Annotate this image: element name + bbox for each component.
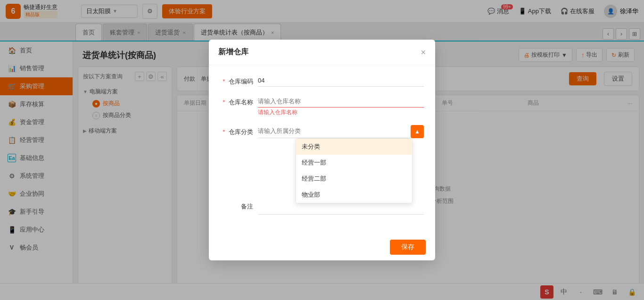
category-required-star: * — [223, 128, 225, 135]
code-field — [258, 75, 424, 87]
name-error-message: 请输入仓库名称 — [258, 108, 424, 117]
category-input-wrapper: ▲ — [258, 125, 424, 138]
category-label: * 仓库分类 — [220, 125, 258, 136]
new-warehouse-modal: 新增仓库 × * 仓库编码 * 仓库名称 — [209, 40, 435, 260]
name-required-star: * — [223, 99, 225, 106]
code-label: * 仓库编码 — [220, 75, 258, 86]
modal-body: * 仓库编码 * 仓库名称 请输入仓库名称 — [209, 65, 435, 234]
name-field: 请输入仓库名称 — [258, 95, 424, 117]
name-input[interactable] — [258, 95, 424, 108]
name-label: * 仓库名称 — [220, 95, 258, 107]
modal-overlay: 新增仓库 × * 仓库编码 * 仓库名称 — [0, 0, 644, 300]
dropdown-item-uncategorized[interactable]: 未分类 — [296, 139, 412, 155]
dropdown-item-dept2[interactable]: 经营二部 — [296, 171, 412, 187]
dropdown-item-dept1[interactable]: 经营一部 — [296, 155, 412, 171]
form-row-code: * 仓库编码 — [220, 75, 424, 87]
code-input[interactable] — [258, 75, 424, 87]
category-input[interactable] — [258, 125, 424, 137]
name-label-text: 仓库名称 — [229, 99, 253, 106]
modal-header: 新增仓库 × — [209, 40, 435, 65]
dropdown-item-property[interactable]: 物业部 — [296, 187, 412, 203]
modal-close-button[interactable]: × — [421, 48, 426, 57]
category-dropdown-button[interactable]: ▲ — [411, 125, 424, 138]
modal-title: 新增仓库 — [218, 47, 248, 57]
note-label: 备注 — [220, 200, 258, 211]
note-label-text: 备注 — [241, 203, 253, 210]
modal-footer: 保存 — [209, 234, 435, 260]
category-label-text: 仓库分类 — [229, 128, 253, 135]
form-row-name: * 仓库名称 请输入仓库名称 — [220, 95, 424, 117]
modal-save-button[interactable]: 保存 — [390, 240, 426, 255]
code-required-star: * — [223, 78, 225, 85]
form-row-category: * 仓库分类 ▲ 未分类 经营一部 经营二部 物业部 — [220, 125, 424, 138]
category-dropdown-list: 未分类 经营一部 经营二部 物业部 — [296, 138, 413, 203]
category-field: ▲ 未分类 经营一部 经营二部 物业部 — [258, 125, 424, 138]
code-label-text: 仓库编码 — [229, 78, 253, 85]
